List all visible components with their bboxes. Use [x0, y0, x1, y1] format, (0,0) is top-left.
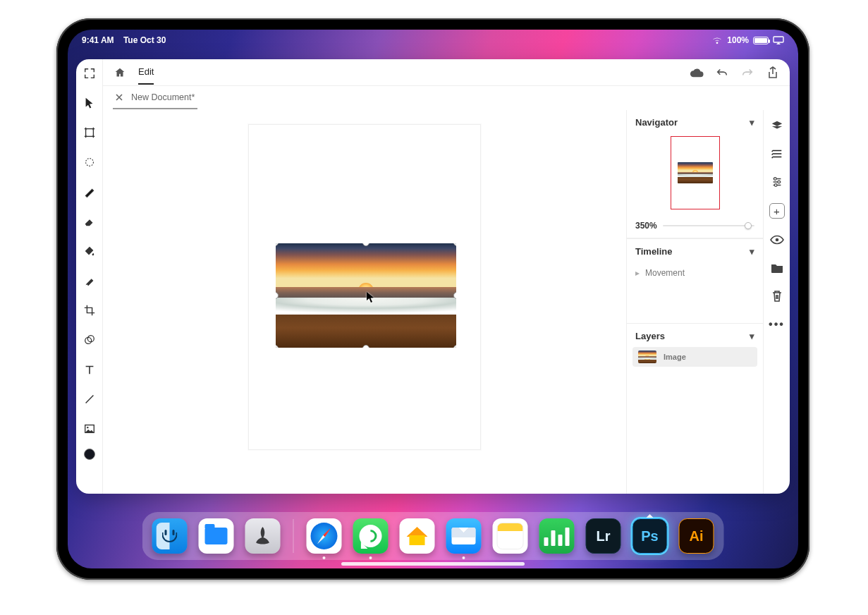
document-name: New Document* [131, 92, 195, 102]
undo-button[interactable] [715, 66, 729, 80]
status-date: Tue Oct 30 [123, 35, 166, 45]
dock-lightroom-label: Lr [597, 528, 611, 544]
dock-lightroom[interactable]: Lr [586, 518, 621, 554]
color-swatch[interactable] [84, 449, 95, 460]
lasso-tool-icon[interactable] [82, 155, 97, 169]
timeline-item[interactable]: ▸ Movement [627, 262, 763, 289]
home-button[interactable] [113, 66, 127, 80]
select-tool-icon[interactable] [82, 96, 97, 110]
dock-numbers[interactable] [539, 518, 575, 554]
svg-point-9 [774, 184, 777, 187]
navigator-title: Navigator [635, 117, 678, 128]
dock-illustrator[interactable]: Ai [679, 518, 714, 554]
layer-thumbnail [638, 351, 656, 363]
svg-point-7 [774, 178, 776, 181]
expand-icon[interactable] [82, 66, 97, 80]
selected-image[interactable] [276, 243, 456, 348]
svg-rect-1 [85, 129, 93, 137]
more-icon[interactable]: ••• [770, 317, 784, 331]
document-tab[interactable]: New Document* [113, 92, 197, 109]
image-tool-icon[interactable] [82, 422, 97, 436]
layers-title: Layers [635, 331, 665, 341]
dock-launchpad[interactable] [245, 518, 281, 554]
close-document-icon[interactable] [114, 92, 124, 102]
fill-tool-icon[interactable] [82, 244, 97, 258]
resize-handle[interactable] [453, 345, 456, 348]
eraser-tool-icon[interactable] [82, 214, 97, 229]
canvas-area[interactable] [103, 110, 626, 494]
battery-percent: 100% [727, 35, 749, 45]
dock-safari[interactable] [307, 518, 342, 554]
dock-whatsapp[interactable] [353, 518, 389, 554]
battery-icon [753, 37, 769, 44]
layers-panel-header[interactable]: Layers ▾ [627, 323, 763, 347]
dock-home[interactable] [400, 518, 435, 554]
trash-icon[interactable] [770, 289, 784, 303]
chevron-down-icon[interactable]: ▾ [750, 331, 754, 341]
crop-tool-icon[interactable] [82, 303, 97, 317]
dock-photoshop[interactable]: Ps [632, 518, 668, 554]
svg-point-6 [87, 427, 88, 428]
resize-handle[interactable] [362, 345, 369, 348]
tools-sidebar [76, 59, 103, 494]
dock: Lr Ps Ai [142, 512, 724, 560]
dock-photoshop-label: Ps [641, 528, 658, 544]
svg-point-2 [85, 159, 93, 166]
svg-point-10 [775, 238, 778, 242]
app-window: Edit New Document* [76, 59, 790, 494]
status-time-date: 9:41 AM Tue Oct 30 [82, 35, 166, 45]
share-button[interactable] [766, 66, 780, 80]
svg-rect-0 [774, 37, 783, 42]
layer-item[interactable]: Image [632, 347, 757, 367]
dock-finder[interactable] [152, 518, 188, 554]
artboard-tool-icon[interactable] [82, 126, 97, 140]
svg-point-8 [777, 181, 780, 183]
artboard[interactable] [248, 124, 481, 450]
redo-button[interactable] [740, 66, 754, 80]
cursor-icon [366, 291, 376, 307]
timeline-item-label: Movement [645, 268, 685, 278]
dock-mail[interactable] [446, 518, 482, 554]
play-icon: ▸ [635, 268, 640, 278]
text-tool-icon[interactable] [82, 363, 97, 377]
panel-stack-icon[interactable] [770, 147, 784, 161]
timeline-panel-header[interactable]: Timeline ▾ [627, 238, 763, 262]
smudge-tool-icon[interactable] [82, 274, 97, 288]
brush-tool-icon[interactable] [82, 185, 97, 199]
chevron-down-icon[interactable]: ▾ [750, 117, 754, 128]
layer-name: Image [664, 353, 686, 361]
line-tool-icon[interactable] [82, 392, 97, 406]
home-indicator[interactable] [341, 562, 525, 566]
dock-illustrator-label: Ai [690, 528, 704, 544]
timeline-title: Timeline [635, 246, 673, 257]
cloud-icon[interactable] [690, 66, 704, 80]
add-button[interactable]: + [769, 203, 785, 219]
dock-files[interactable] [199, 518, 234, 554]
tab-edit[interactable]: Edit [138, 66, 154, 85]
visibility-icon[interactable] [770, 233, 784, 247]
adjustments-icon[interactable] [770, 175, 784, 189]
resize-handle[interactable] [453, 292, 456, 299]
shape-tool-icon[interactable] [82, 333, 97, 347]
chevron-down-icon[interactable]: ▾ [750, 246, 754, 257]
dock-notes[interactable] [493, 518, 528, 554]
zoom-value: 350% [635, 221, 657, 231]
layers-icon[interactable] [770, 118, 784, 133]
top-toolbar: Edit [103, 59, 790, 86]
wifi-icon [711, 36, 723, 44]
navigator-panel-header[interactable]: Navigator ▾ [627, 110, 763, 133]
navigator-thumbnail[interactable] [671, 136, 720, 209]
status-bar: 9:41 AM Tue Oct 30 100% [68, 30, 798, 51]
zoom-slider[interactable] [663, 225, 754, 226]
status-time: 9:41 AM [82, 35, 114, 45]
screen-mirror-icon [773, 36, 784, 44]
folder-icon[interactable] [770, 261, 784, 275]
